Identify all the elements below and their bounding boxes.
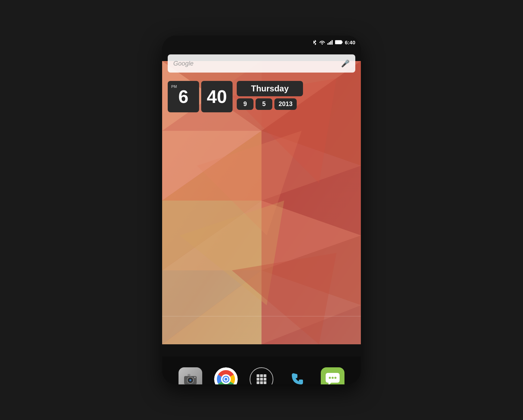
- svg-rect-3: [332, 40, 333, 45]
- svg-rect-45: [264, 381, 266, 384]
- svg-rect-43: [257, 381, 259, 384]
- minute-tile: 40: [201, 81, 233, 112]
- camera-icon: [183, 373, 197, 384]
- hour-display: 6: [179, 88, 189, 106]
- dock-separator-line: [162, 316, 361, 316]
- phone-handset-icon: [288, 370, 306, 384]
- svg-point-49: [332, 377, 334, 379]
- apps-launcher-icon[interactable]: [250, 367, 273, 384]
- month-tile: 9: [237, 98, 253, 110]
- svg-point-29: [189, 379, 191, 381]
- status-icons: 6:40: [313, 39, 355, 45]
- svg-rect-38: [260, 374, 263, 377]
- chrome-app-icon[interactable]: [214, 367, 238, 384]
- svg-point-50: [334, 377, 336, 379]
- svg-rect-37: [257, 374, 259, 377]
- phone-screen: 6:40: [162, 36, 361, 384]
- google-search-text: Google: [173, 60, 194, 67]
- screen-content: Google 🎤 PM 6 40 Th: [162, 49, 361, 357]
- svg-rect-5: [342, 42, 342, 43]
- apps-grid-icon: [255, 373, 268, 384]
- chrome-icon: [214, 367, 238, 384]
- svg-rect-44: [260, 381, 263, 384]
- svg-marker-47: [328, 383, 331, 384]
- signal-icon: [327, 40, 333, 45]
- time-tiles: PM 6 40: [168, 81, 233, 112]
- year-display: 2013: [279, 100, 293, 108]
- svg-rect-30: [188, 374, 190, 376]
- svg-point-36: [225, 378, 227, 381]
- day-tile-num: 5: [256, 98, 272, 110]
- year-tile: 2013: [274, 98, 297, 110]
- phone-icon-container: [285, 367, 309, 384]
- day-name-display: Thursday: [251, 84, 289, 93]
- battery-icon: [335, 40, 343, 44]
- svg-rect-39: [264, 374, 266, 377]
- svg-point-48: [329, 377, 331, 379]
- messenger-icon-bg: [321, 367, 344, 384]
- home-screen: Google 🎤 PM 6 40 Th: [162, 49, 361, 357]
- bluetooth-icon: [313, 39, 317, 45]
- period-label: PM: [171, 84, 177, 89]
- svg-rect-1: [329, 42, 330, 45]
- month-display: 9: [243, 100, 247, 108]
- status-bar: 6:40: [162, 36, 361, 49]
- messenger-app-icon[interactable]: [321, 367, 344, 384]
- app-dock: [162, 357, 361, 384]
- svg-rect-42: [264, 378, 266, 381]
- messenger-bubble-icon: [325, 372, 340, 384]
- camera-icon-bg: [179, 367, 202, 384]
- svg-rect-4: [335, 40, 342, 44]
- svg-rect-41: [260, 378, 263, 381]
- svg-rect-2: [330, 41, 331, 45]
- svg-point-31: [194, 377, 196, 378]
- svg-rect-40: [257, 378, 259, 381]
- camera-app-icon[interactable]: [179, 367, 202, 384]
- google-search-bar[interactable]: Google 🎤: [168, 54, 355, 73]
- day-display: 5: [262, 100, 266, 108]
- apps-icon-bg: [250, 367, 273, 384]
- hour-tile: PM 6: [168, 81, 199, 112]
- minute-display: 40: [207, 88, 227, 106]
- phone-app-icon[interactable]: [285, 367, 309, 384]
- day-name-tile: Thursday: [237, 81, 303, 96]
- status-time: 6:40: [345, 39, 355, 45]
- date-parts: 9 5 2013: [237, 98, 303, 110]
- svg-rect-0: [327, 43, 328, 45]
- date-tiles: Thursday 9 5 2013: [237, 81, 303, 110]
- wifi-icon: [319, 40, 325, 45]
- clock-widget: PM 6 40 Thursday 9: [168, 81, 355, 112]
- microphone-icon[interactable]: 🎤: [341, 59, 350, 68]
